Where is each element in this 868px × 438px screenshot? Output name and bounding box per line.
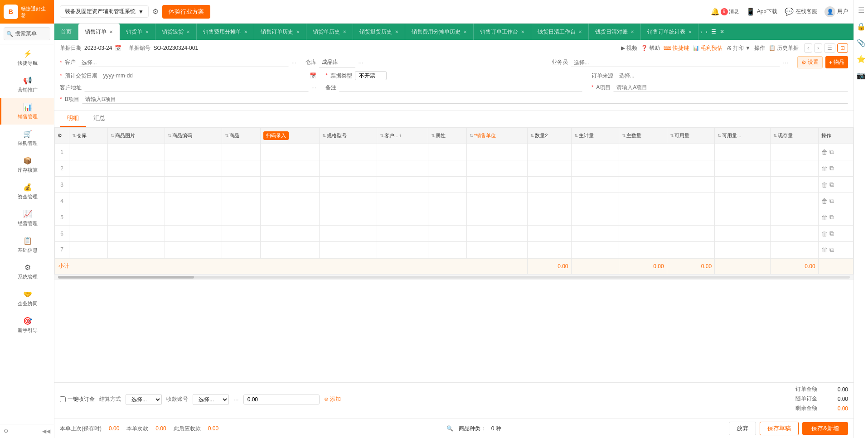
row-2-cust-attr[interactable] [377, 160, 428, 177]
tab-close-icon[interactable]: ✕ [109, 29, 113, 34]
row-1-attr[interactable] [428, 144, 467, 160]
sidebar-item-marketing[interactable]: 📢 营销推广 [0, 71, 54, 98]
delete-row-4-icon[interactable]: 🗑 [821, 197, 828, 205]
profit-btn[interactable]: 📊 毛利预估 [693, 44, 723, 52]
settlement-select[interactable]: 选择... [126, 394, 162, 405]
date-picker-icon[interactable]: 📅 [310, 72, 316, 79]
tab-close-icon-10[interactable]: ✕ [578, 29, 582, 34]
copy-row-2-icon[interactable]: ⧉ [829, 164, 834, 172]
tab-daily-clear[interactable]: 钱货日清工作台 ✕ [531, 24, 589, 40]
table-scrollbar[interactable] [54, 274, 853, 280]
right-icon-4[interactable]: ⭐ [855, 53, 868, 65]
scan-btn[interactable]: 扫码录入 [263, 131, 289, 140]
row-2-attr[interactable] [428, 160, 467, 177]
row-2-qty2[interactable] [528, 160, 571, 177]
right-icon-2[interactable]: 🔒 [855, 20, 868, 33]
col-customer-attr[interactable]: ⇅客户...ℹ [377, 128, 428, 144]
col-attr[interactable]: ⇅属性 [428, 128, 467, 144]
history-btn[interactable]: 📋 历史单据 [769, 44, 799, 52]
sidebar-item-guide[interactable]: 🎯 新手引导 [0, 312, 54, 338]
customer-address-input[interactable] [84, 83, 309, 92]
nav-next-icon[interactable]: › [814, 43, 822, 53]
sidebar-item-finance[interactable]: 💰 资金管理 [0, 178, 54, 205]
add-button[interactable]: ⊕ 添加 [324, 395, 341, 403]
settings-topbar-icon[interactable]: ⚙ [152, 7, 159, 16]
tab-close-icon-9[interactable]: ✕ [521, 29, 524, 34]
tab-return[interactable]: 销货退货 ✕ [155, 24, 197, 40]
right-icon-5[interactable]: 📷 [855, 69, 868, 82]
system-selector[interactable]: 装备及固定资产辅助管理系统 ▼ [60, 5, 149, 18]
delete-row-2-icon[interactable]: 🗑 [821, 165, 828, 172]
online-service-area[interactable]: 💬 在线客服 [785, 7, 817, 16]
tab-close-icon-12[interactable]: ✕ [688, 29, 692, 34]
tab-home[interactable]: 首页 [54, 24, 78, 40]
tab-expense[interactable]: 销售费用分摊单 ✕ [197, 24, 254, 40]
tab-list[interactable]: ☰ [709, 29, 718, 35]
right-icon-1[interactable]: ☰ [855, 4, 868, 16]
tab-expense-history[interactable]: 销售费用分摊单历史 ✕ [405, 24, 474, 40]
tab-sales-order[interactable]: 销售订单 ✕ [78, 24, 120, 40]
operate-btn[interactable]: 操作 [754, 44, 765, 52]
tab-summary[interactable]: 汇总 [86, 111, 112, 127]
tab-order-history[interactable]: 销售订单历史 ✕ [254, 24, 306, 40]
row-1-cust-attr[interactable] [377, 144, 428, 160]
row-1-name[interactable] [222, 144, 261, 160]
tab-close-icon-4[interactable]: ✕ [244, 29, 247, 34]
delete-row-7-icon[interactable]: 🗑 [821, 246, 828, 253]
row-2-warehouse[interactable] [69, 160, 108, 177]
search-menu-button[interactable]: 🔍 搜索菜单 [4, 27, 50, 40]
expand-icon[interactable]: ⊡ [837, 43, 848, 53]
copy-row-1-icon[interactable]: ⧉ [829, 148, 834, 156]
row-1-main-qty[interactable] [619, 144, 667, 160]
order-source-input[interactable] [616, 71, 848, 80]
customer-input[interactable] [78, 58, 289, 67]
grid-view-icon[interactable]: ☰ [824, 43, 835, 53]
tab-detail[interactable]: 明细 [60, 111, 86, 127]
one-click-checkout-checkbox[interactable]: 一键收订金 [60, 395, 95, 403]
tab-return-history[interactable]: 销货退货历史 ✕ [353, 24, 405, 40]
row-1-warehouse[interactable] [69, 144, 108, 160]
right-icon-3[interactable]: 📎 [855, 36, 868, 49]
col-product-image[interactable]: ⇅商品图片 [107, 128, 165, 144]
row-1-code[interactable] [165, 144, 222, 160]
tab-close-icon-11[interactable]: ✕ [630, 29, 634, 34]
address-more-btn[interactable]: ··· [311, 84, 317, 91]
row-2-code[interactable] [165, 160, 222, 177]
checkout-checkbox-input[interactable] [60, 396, 66, 402]
col-settings[interactable]: ⚙ [55, 128, 69, 144]
tab-reconcile[interactable]: 钱货日清对账 ✕ [589, 24, 641, 40]
staff-input[interactable] [571, 58, 781, 67]
notes-input[interactable] [339, 83, 582, 92]
col-scan[interactable]: 扫码录入 [261, 128, 320, 144]
tab-next[interactable]: › [704, 29, 709, 35]
row-2-main-qty[interactable] [619, 160, 667, 177]
settings-button[interactable]: ⚙ 设置 [797, 56, 823, 68]
collapse-sidebar-icon[interactable]: ◀◀ [42, 428, 50, 434]
col-available2[interactable]: ⇅可用量... [715, 128, 771, 144]
shortcut-btn[interactable]: ⌨ 快捷键 [664, 44, 689, 52]
dots-more-btn[interactable]: ··· [233, 396, 239, 403]
settings-gear-icon[interactable]: ⚙ [4, 428, 9, 434]
col-product-code[interactable]: ⇅商品编码 [165, 128, 222, 144]
save-new-button[interactable]: 保存&新增 [802, 422, 848, 435]
b-project-input[interactable] [82, 95, 848, 104]
warehouse-more-btn[interactable]: ··· [358, 59, 364, 66]
a-project-input[interactable] [613, 83, 848, 92]
view-video-btn[interactable]: ▶ 视频 [621, 44, 637, 52]
row-1-unit[interactable] [466, 144, 527, 160]
col-stock[interactable]: ⇅现存量 [771, 128, 819, 144]
row-2-main-unit[interactable] [571, 160, 619, 177]
user-area[interactable]: 👤 用户 [824, 6, 848, 17]
tab-close-icon-6[interactable]: ✕ [343, 29, 346, 34]
delete-row-5-icon[interactable]: 🗑 [821, 214, 828, 221]
copy-row-4-icon[interactable]: ⧉ [829, 197, 834, 205]
sidebar-item-sales[interactable]: 📊 销售管理 [0, 98, 54, 125]
copy-row-6-icon[interactable]: ⧉ [829, 230, 834, 237]
tab-close-icon-3[interactable]: ✕ [186, 29, 190, 34]
copy-row-5-icon[interactable]: ⧉ [829, 213, 834, 221]
row-2-name[interactable] [222, 160, 261, 177]
add-product-button[interactable]: + 物品 [825, 56, 848, 68]
tab-prev[interactable]: ‹ [698, 29, 704, 35]
sidebar-item-quick-nav[interactable]: ⚡ 快捷导航 [0, 44, 54, 71]
help-btn[interactable]: ❓ 帮助 [641, 44, 660, 52]
